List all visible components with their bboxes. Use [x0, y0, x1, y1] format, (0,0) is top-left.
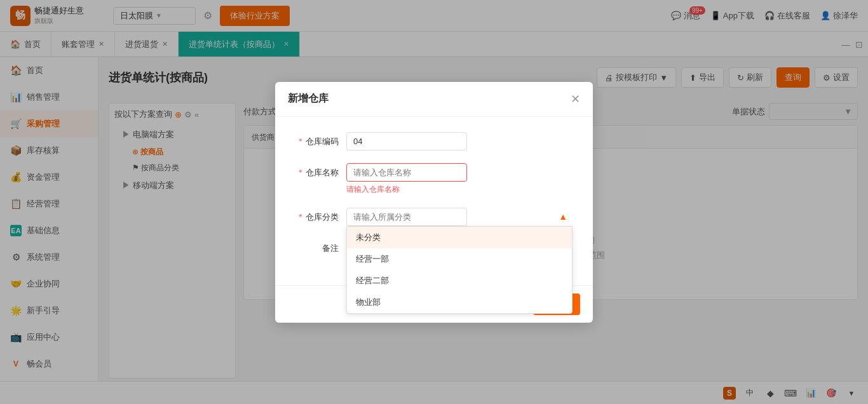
modal-body: * 仓库编码 * 仓库名称 请输入仓库名称 — [275, 117, 593, 285]
category-arrow-icon[interactable]: ▲ — [559, 212, 567, 222]
category-dropdown: 未分类 经营一部 经营二部 物业部 — [346, 226, 573, 314]
name-error-text: 请输入仓库名称 — [346, 184, 573, 195]
category-option-property[interactable]: 物业部 — [347, 292, 572, 313]
category-label-text: 仓库分类 — [306, 212, 339, 222]
category-option-dept1-label: 经营一部 — [356, 254, 389, 264]
warehouse-code-input[interactable] — [346, 132, 467, 151]
new-warehouse-modal: 新增仓库 ✕ * 仓库编码 * 仓库名称 — [275, 82, 593, 323]
warehouse-name-input[interactable] — [346, 163, 467, 182]
category-option-dept1[interactable]: 经营一部 — [347, 248, 572, 270]
name-input-wrap: 请输入仓库名称 — [346, 163, 573, 195]
category-option-dept2[interactable]: 经营二部 — [347, 270, 572, 292]
code-input-wrap — [346, 132, 573, 151]
modal-title: 新增仓库 — [288, 92, 329, 105]
modal-close-icon[interactable]: ✕ — [571, 92, 580, 106]
category-input-wrap: ▲ 未分类 经营一部 经营二部 物业部 — [346, 208, 573, 226]
form-row-code: * 仓库编码 — [295, 132, 573, 151]
category-option-property-label: 物业部 — [356, 297, 381, 307]
note-label-text: 备注 — [322, 243, 339, 253]
modal-overlay: 新增仓库 ✕ * 仓库编码 * 仓库名称 — [0, 0, 868, 404]
note-label: 备注 — [295, 239, 346, 254]
category-option-unclassified-label: 未分类 — [356, 232, 381, 242]
category-option-dept2-label: 经营二部 — [356, 276, 389, 285]
code-label: * 仓库编码 — [295, 132, 346, 147]
form-row-category: * 仓库分类 ▲ 未分类 经营一部 经营二部 — [295, 208, 573, 226]
name-label-text: 仓库名称 — [306, 168, 339, 177]
form-row-name: * 仓库名称 请输入仓库名称 — [295, 163, 573, 195]
name-label: * 仓库名称 — [295, 163, 346, 178]
category-label: * 仓库分类 — [295, 208, 346, 223]
modal-header: 新增仓库 ✕ — [275, 82, 593, 117]
warehouse-category-input[interactable] — [346, 208, 467, 226]
code-label-text: 仓库编码 — [306, 137, 339, 146]
category-option-unclassified[interactable]: 未分类 — [347, 227, 572, 248]
